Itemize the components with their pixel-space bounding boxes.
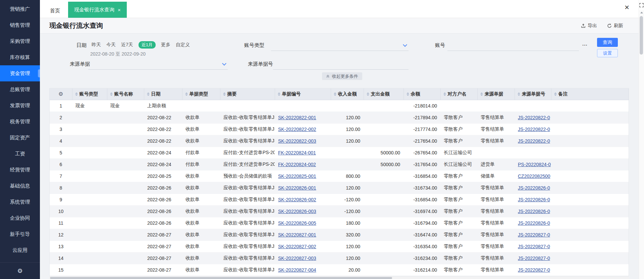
doc_no-link[interactable]: SK-20220822-001 (278, 115, 316, 120)
sidebar-item-12[interactable]: 系统管理 (0, 194, 40, 210)
source_doc_no-link[interactable]: JS-20220827-0 (518, 256, 550, 261)
column-header-doc_type[interactable]: 单据类型 (182, 88, 220, 100)
doc_no-link[interactable]: SK-20220822-002 (278, 127, 316, 132)
source_doc_no-link[interactable]: JS-20220822-0 (518, 127, 550, 132)
source_doc_no-link[interactable]: JS-20220822-0 (518, 138, 550, 144)
query-button[interactable]: 查询 (597, 38, 618, 47)
vertical-scrollbar[interactable] (639, 10, 644, 279)
sidebar-item-7[interactable]: 税务管理 (0, 114, 40, 130)
vertical-scrollbar-thumb[interactable] (640, 16, 643, 55)
sidebar-item-5[interactable]: 总账管理 (0, 81, 40, 97)
date-option[interactable]: 昨天 (92, 42, 101, 48)
source_doc_no-link[interactable]: CZ2022082500 (518, 173, 550, 179)
table-row[interactable]: 42022-08-22收款单应收款-收取零售结算单JSSK-20220822-0… (50, 135, 629, 147)
doc_no-link[interactable]: SK-20220827-002 (278, 244, 316, 249)
table-row[interactable]: 82022-08-26收款单应收款-收取零售结算单JSSK-20220826-0… (50, 182, 629, 194)
refresh-button[interactable]: 刷新 (607, 23, 623, 29)
table-row[interactable]: 72022-08-25收款单预收款-会员储值的款项SK-20220825-001… (50, 170, 629, 182)
column-header-balance[interactable]: 余额 (404, 88, 440, 100)
horizontal-scrollbar[interactable] (49, 276, 629, 279)
doc_no-link[interactable]: SK-20220826-002 (278, 197, 316, 202)
doc_no-link[interactable]: FK-20220824-002 (278, 162, 316, 167)
source_doc_no-link[interactable]: JS-20220826-0 (518, 220, 550, 226)
column-header-source_doc[interactable]: 来源单据 (477, 88, 515, 100)
account-more-button[interactable]: ... (582, 41, 588, 47)
scroll-up-arrow[interactable] (639, 10, 644, 15)
column-header-account_name[interactable]: 账号名称 (107, 88, 144, 100)
column-header-counterparty[interactable]: 对方户名 (440, 88, 477, 100)
sidebar-item-6[interactable]: 发票管理 (0, 97, 40, 114)
column-header-expense[interactable]: 支出金额 (364, 88, 404, 100)
doc_no-link[interactable]: SK-20220827-001 (278, 232, 316, 237)
table-row[interactable]: 152022-08-27收款单应收款-收取零售结算单JSSK-20220827-… (50, 264, 629, 276)
sidebar-item-9[interactable]: 工资 (0, 146, 40, 162)
table-row[interactable]: 1现金现金上期余额-218014.00 (50, 100, 629, 112)
table-row[interactable]: 32022-08-22收款单应收款-收取零售结算单JSSK-20220822-0… (50, 123, 629, 135)
cell-income (331, 158, 364, 170)
tab-cash-bank-flow[interactable]: 现金银行流水查询 × (68, 2, 127, 18)
table-row[interactable]: 122022-08-27收款单应收款-收取零售结算单JSSK-20220827-… (50, 229, 629, 240)
doc_no-link[interactable]: FK-20220824-001 (278, 150, 316, 155)
table-row[interactable]: 112022-08-26收款单应收款-收取零售结算单JSSK-20220826-… (50, 217, 629, 229)
export-button[interactable]: 导出 (581, 23, 597, 29)
account-type-select[interactable] (271, 41, 409, 51)
column-header-account_type[interactable]: 账号类型 (72, 88, 107, 100)
fullscreen-icon[interactable] (639, 0, 644, 10)
table-row[interactable]: 92022-08-26收款单应收款-收取零售结算单JSSK-20220826-0… (50, 194, 629, 205)
sidebar-item-14[interactable]: 新手引导 (0, 226, 40, 242)
source_doc_no-link[interactable]: JS-20220822-0 (518, 115, 550, 120)
date-option[interactable]: 今天 (106, 42, 116, 48)
doc_no-link[interactable]: SK-20220826-005 (278, 220, 316, 226)
column-header-doc_no[interactable]: 单据编号 (275, 88, 331, 100)
sidebar-item-10[interactable]: 经营管理 (0, 162, 40, 178)
collapse-conditions-button[interactable]: 收起更多条件 (322, 72, 362, 80)
column-header-source_doc_no[interactable]: 来源单据号 (515, 88, 551, 100)
sidebar-item-8[interactable]: 固定资产 (0, 130, 40, 146)
sidebar-item-0[interactable]: 营销推广 (0, 1, 40, 17)
close-icon[interactable]: × (625, 3, 629, 11)
sidebar-item-3[interactable]: 库存核算 (0, 49, 40, 65)
sidebar-item-11[interactable]: 基础信息 (0, 178, 40, 194)
sidebar-item-15[interactable]: 云应用 (0, 242, 40, 258)
doc_no-link[interactable]: SK-20220825-001 (278, 173, 316, 179)
source-doc-no-input[interactable] (273, 60, 409, 70)
sidebar-item-2[interactable]: 采购管理 (0, 33, 40, 49)
source_doc_no-link[interactable]: JS-20220826-0 (518, 197, 550, 202)
doc_no-link[interactable]: SK-20220822-003 (278, 138, 316, 144)
table-row[interactable]: 22022-08-22收款单应收款-收取零售结算单JSSK-20220822-0… (50, 112, 629, 123)
sidebar-item-4[interactable]: 资金管理 (0, 65, 40, 81)
account-input[interactable] (447, 41, 579, 51)
table-row[interactable]: 132022-08-27收款单应收款-收取零售结算单JSSK-20220827-… (50, 240, 629, 252)
tab-close-icon[interactable]: × (118, 7, 121, 12)
column-header-remark[interactable]: 备注 (551, 88, 629, 100)
table-row[interactable]: 52022-08-24付款单应付款-支付进货单PS-20.FK-20220824… (50, 147, 629, 158)
sidebar-item-1[interactable]: 销售管理 (0, 17, 40, 33)
tab-home[interactable]: 首页 (42, 4, 68, 18)
doc_no-link[interactable]: SK-20220826-003 (278, 209, 316, 214)
source_doc_no-link[interactable]: PS-20220824-0 (518, 162, 551, 167)
doc_no-link[interactable]: SK-20220827-003 (278, 256, 316, 261)
date-option[interactable]: 自定义 (176, 42, 190, 48)
sidebar-item-13[interactable]: 企业协同 (0, 210, 40, 226)
source_doc_no-link[interactable]: JS-20220827-0 (518, 267, 550, 273)
source_doc_no-link[interactable]: JS-20220826-0 (518, 185, 550, 191)
source-doc-select[interactable] (88, 60, 228, 70)
horizontal-scrollbar-thumb[interactable] (50, 277, 392, 279)
date-option[interactable]: 近1月 (139, 41, 156, 49)
column-settings-button[interactable]: ⚙ (50, 88, 72, 100)
source_doc_no-link[interactable]: JS-20220827-0 (518, 244, 550, 249)
doc_no-link[interactable]: SK-20220826-001 (278, 185, 316, 191)
source_doc_no-link[interactable]: JS-20220827-0 (518, 232, 550, 237)
column-header-income[interactable]: 收入金额 (331, 88, 364, 100)
table-row[interactable]: 62022-08-24付款单应付款-支付进货单PS-20.FK-20220824… (50, 158, 629, 170)
source_doc_no-link[interactable]: JS-20220826-0 (518, 209, 550, 214)
column-header-date[interactable]: 日期 (144, 88, 182, 100)
table-row[interactable]: 142022-08-27收款单应收款-收取零售结算单JSSK-20220827-… (50, 252, 629, 264)
date-option[interactable]: 近7天 (121, 42, 133, 48)
table-row[interactable]: 102022-08-26收款单应收款-收取零售结算单JSSK-20220826-… (50, 205, 629, 217)
sidebar-settings-button[interactable]: ⚙ (0, 262, 40, 279)
date-option[interactable]: 更多 (161, 42, 170, 48)
column-header-summary[interactable]: 摘要 (220, 88, 275, 100)
settings-button[interactable]: 设置 (597, 49, 618, 57)
doc_no-link[interactable]: SK-20220827-004 (278, 267, 316, 273)
